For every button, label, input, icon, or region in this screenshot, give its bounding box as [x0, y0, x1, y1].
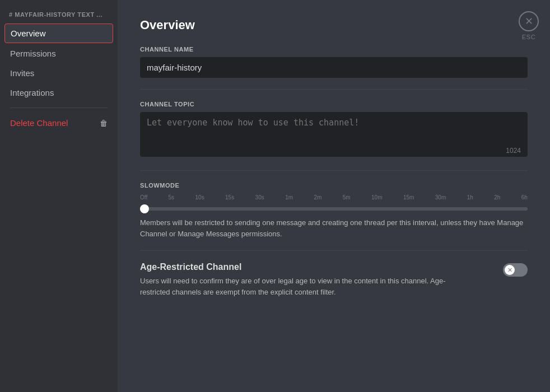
tick-5m: 5m — [343, 194, 351, 200]
tick-15m: 15m — [403, 194, 414, 200]
tick-30m: 30m — [435, 194, 446, 200]
sidebar-item-label: Overview — [11, 29, 46, 38]
sidebar-item-label: Permissions — [10, 49, 56, 58]
sidebar-item-permissions[interactable]: Permissions — [4, 44, 113, 63]
tick-5s: 5s — [169, 194, 175, 200]
sidebar-divider — [10, 108, 108, 108]
tick-off: Off — [140, 194, 147, 200]
sidebar-header: # MAYFAIR-HISTORY TEXT ... — [4, 9, 113, 22]
channel-name-input[interactable] — [140, 57, 528, 78]
slowmode-label: SLOWMODE — [140, 182, 528, 189]
sidebar-item-invites[interactable]: Invites — [4, 64, 113, 82]
tick-1h: 1h — [467, 194, 473, 200]
age-restricted-text: Age-Restricted Channel Users will need t… — [140, 262, 465, 297]
divider-3 — [140, 250, 528, 251]
char-count: 1024 — [506, 147, 521, 155]
age-restricted-section: Age-Restricted Channel Users will need t… — [140, 262, 528, 297]
sidebar-item-label: Integrations — [10, 88, 54, 97]
age-restricted-toggle-wrapper: ✕ — [503, 263, 528, 277]
delete-channel-label: Delete Channel — [10, 118, 68, 128]
channel-topic-wrapper: 1024 — [140, 112, 528, 159]
close-icon[interactable]: ✕ — [519, 11, 539, 31]
slowmode-slider[interactable] — [140, 207, 528, 211]
tick-30s: 30s — [255, 194, 264, 200]
age-restricted-title: Age-Restricted Channel — [140, 262, 465, 272]
sidebar-item-label: Invites — [10, 68, 34, 78]
page-title: Overview — [140, 18, 528, 32]
slowmode-description: Members will be restricted to sending on… — [140, 217, 528, 239]
divider-2 — [140, 170, 528, 171]
slowmode-slider-wrapper — [140, 203, 528, 213]
sidebar-item-overview[interactable]: Overview — [4, 24, 113, 43]
sidebar-item-delete-channel[interactable]: Delete Channel 🗑 — [4, 114, 113, 132]
trash-icon: 🗑 — [100, 119, 108, 128]
main-content: ✕ ESC Overview CHANNEL NAME CHANNEL TOPI… — [118, 0, 550, 392]
slider-ticks: Off 5s 10s 15s 30s 1m 2m 5m 10m 15m 30m … — [140, 194, 528, 200]
tick-15s: 15s — [225, 194, 234, 200]
sidebar: # MAYFAIR-HISTORY TEXT ... Overview Perm… — [0, 0, 118, 392]
esc-label: ESC — [522, 34, 535, 40]
tick-6h: 6h — [521, 194, 528, 200]
channel-topic-label: CHANNEL TOPIC — [140, 101, 528, 108]
age-restricted-toggle[interactable]: ✕ — [503, 263, 528, 277]
toggle-knob: ✕ — [505, 265, 515, 275]
divider-1 — [140, 89, 528, 90]
age-restricted-desc: Users will need to confirm they are of o… — [140, 276, 465, 297]
sidebar-item-integrations[interactable]: Integrations — [4, 83, 113, 102]
channel-topic-input[interactable] — [140, 112, 528, 157]
tick-2h: 2h — [494, 194, 500, 200]
esc-button[interactable]: ✕ ESC — [519, 11, 539, 40]
tick-10s: 10s — [195, 194, 204, 200]
tick-10m: 10m — [371, 194, 382, 200]
tick-1m: 1m — [285, 194, 293, 200]
tick-2m: 2m — [314, 194, 321, 200]
channel-name-label: CHANNEL NAME — [140, 46, 528, 53]
